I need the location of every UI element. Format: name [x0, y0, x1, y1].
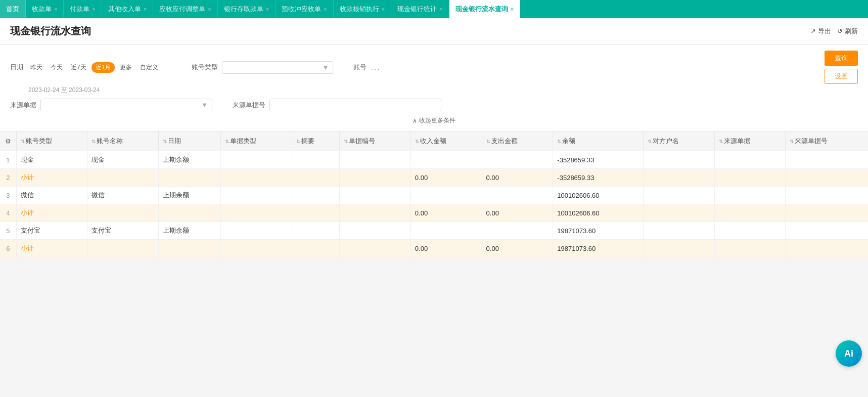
nav-tab-shoukuandan[interactable]: 收款单 ×: [26, 0, 64, 18]
source-doc-select[interactable]: ▼: [40, 99, 212, 111]
nav-tab-yinghangcunqu[interactable]: 银行存取款单 ×: [218, 0, 276, 18]
date-btn-custom[interactable]: 自定义: [137, 62, 161, 73]
account-type-select[interactable]: ▼: [222, 61, 333, 74]
nav-tab-yushouchen[interactable]: 预收冲应收单 ×: [276, 0, 333, 18]
close-icon[interactable]: ×: [439, 6, 442, 12]
gear-column-header[interactable]: ⚙: [0, 131, 16, 151]
close-icon[interactable]: ×: [324, 6, 327, 12]
nav-tab-liushuichaxun[interactable]: 现金银行流水查询 ×: [449, 0, 520, 18]
source-doc-filter-group: 来源单据 ▼: [10, 99, 212, 111]
table-row: 1现金现金上期余额-3528659.33: [0, 151, 868, 169]
date-btn-yesterday[interactable]: 昨天: [27, 62, 45, 73]
export-button[interactable]: ↗ 导出: [810, 27, 831, 36]
date-label: 日期: [10, 63, 23, 72]
col-summary[interactable]: ⇅摘要: [292, 131, 339, 151]
source-doc-no-label: 来源单据号: [233, 101, 265, 110]
close-icon[interactable]: ×: [92, 6, 95, 12]
account-dots-button[interactable]: ...: [371, 63, 380, 72]
col-balance[interactable]: ⇅余额: [553, 131, 643, 151]
table-header-row: ⚙ ⇅账号类型 ⇅账号名称 ⇅日期 ⇅单据类型 ⇅摘要 ⇅单据编号 ⇅收入金额 …: [0, 131, 868, 151]
col-income[interactable]: ⇅收入金额: [410, 131, 482, 151]
top-nav: 首页 收款单 × 付款单 × 其他收入单 × 应收应付调整单 × 银行存取款单 …: [0, 0, 868, 18]
col-doc-type[interactable]: ⇅单据类型: [220, 131, 292, 151]
account-filter-group: 账号 ...: [353, 63, 380, 72]
col-doc-no[interactable]: ⇅单据编号: [340, 131, 411, 151]
close-icon[interactable]: ×: [54, 6, 57, 12]
table-container: ⚙ ⇅账号类型 ⇅账号名称 ⇅日期 ⇅单据类型 ⇅摘要 ⇅单据编号 ⇅收入金额 …: [0, 131, 868, 257]
col-counterparty[interactable]: ⇅对方户名: [643, 131, 714, 151]
account-type-filter-group: 账号类型 ▼: [192, 61, 333, 74]
table-row: 2小计0.000.00-3528659.33: [0, 169, 868, 187]
col-source-doc[interactable]: ⇅来源单据: [714, 131, 786, 151]
action-buttons: 查询 设置: [825, 51, 858, 84]
filter-area: 日期 昨天 今天 近7天 近1月 更多 自定义 账号类型 ▼ 账号 ...: [0, 45, 868, 131]
data-table: ⚙ ⇅账号类型 ⇅账号名称 ⇅日期 ⇅单据类型 ⇅摘要 ⇅单据编号 ⇅收入金额 …: [0, 131, 868, 257]
chevron-up-icon: ∧: [413, 117, 417, 124]
date-btn-more[interactable]: 更多: [117, 62, 135, 73]
filter-row-2: 来源单据 ▼ 来源单据号: [10, 99, 858, 111]
settings-button[interactable]: 设置: [825, 69, 858, 84]
date-options: 昨天 今天 近7天 近1月 更多 自定义: [27, 62, 161, 73]
source-doc-label: 来源单据: [10, 101, 36, 110]
account-label: 账号: [353, 63, 367, 72]
page-title: 现金银行流水查询: [10, 24, 91, 38]
chevron-down-icon: ▼: [323, 64, 329, 71]
close-icon[interactable]: ×: [511, 6, 514, 12]
collapse-bar[interactable]: ∧ 收起更多条件: [10, 116, 858, 125]
nav-tab-fukuandan[interactable]: 付款单 ×: [64, 0, 102, 18]
table-row: 5支付宝支付宝上期余额19871073.60: [0, 222, 868, 240]
query-button[interactable]: 查询: [825, 51, 858, 66]
close-icon[interactable]: ×: [208, 6, 211, 12]
date-range-display: 2023-02-24 至 2023-03-24: [28, 86, 100, 94]
col-account-type[interactable]: ⇅账号类型: [16, 131, 87, 151]
page-header: 现金银行流水查询 ↗ 导出 ↺ 刷新: [0, 18, 868, 45]
refresh-icon: ↺: [837, 27, 843, 35]
close-icon[interactable]: ×: [382, 6, 385, 12]
table-row: 6小计0.000.0019871073.60: [0, 240, 868, 257]
refresh-button[interactable]: ↺ 刷新: [837, 27, 858, 36]
nav-tab-xianjinyinhang-stats[interactable]: 现金银行统计 ×: [391, 0, 449, 18]
close-icon[interactable]: ×: [266, 6, 269, 12]
nav-tab-shoukuanhexiao[interactable]: 收款核销执行 ×: [334, 0, 391, 18]
col-date[interactable]: ⇅日期: [159, 131, 221, 151]
filter-row-1: 日期 昨天 今天 近7天 近1月 更多 自定义 账号类型 ▼ 账号 ...: [10, 51, 858, 84]
nav-tab-yingshoutiaozhenp[interactable]: 应收应付调整单 ×: [153, 0, 217, 18]
col-source-doc-no[interactable]: ⇅来源单据号: [786, 131, 868, 151]
date-btn-1month[interactable]: 近1月: [92, 62, 115, 73]
nav-tab-qitashouru[interactable]: 其他收入单 ×: [102, 0, 153, 18]
table-row: 4小计0.000.00100102606.60: [0, 204, 868, 222]
table-row: 3微信微信上期余额100102606.60: [0, 187, 868, 204]
export-icon: ↗: [810, 27, 816, 35]
date-filter-group: 日期 昨天 今天 近7天 近1月 更多 自定义: [10, 62, 161, 73]
account-type-label: 账号类型: [192, 63, 218, 72]
date-btn-7days[interactable]: 近7天: [68, 62, 89, 73]
col-expense[interactable]: ⇅支出金额: [482, 131, 553, 151]
source-doc-no-filter-group: 来源单据号: [233, 99, 441, 111]
col-account-name[interactable]: ⇅账号名称: [87, 131, 159, 151]
date-btn-today[interactable]: 今天: [48, 62, 66, 73]
source-doc-no-input[interactable]: [269, 99, 441, 111]
nav-home[interactable]: 首页: [0, 0, 26, 18]
chevron-down-icon: ▼: [201, 101, 208, 109]
close-icon[interactable]: ×: [144, 6, 147, 12]
header-actions: ↗ 导出 ↺ 刷新: [810, 27, 858, 36]
